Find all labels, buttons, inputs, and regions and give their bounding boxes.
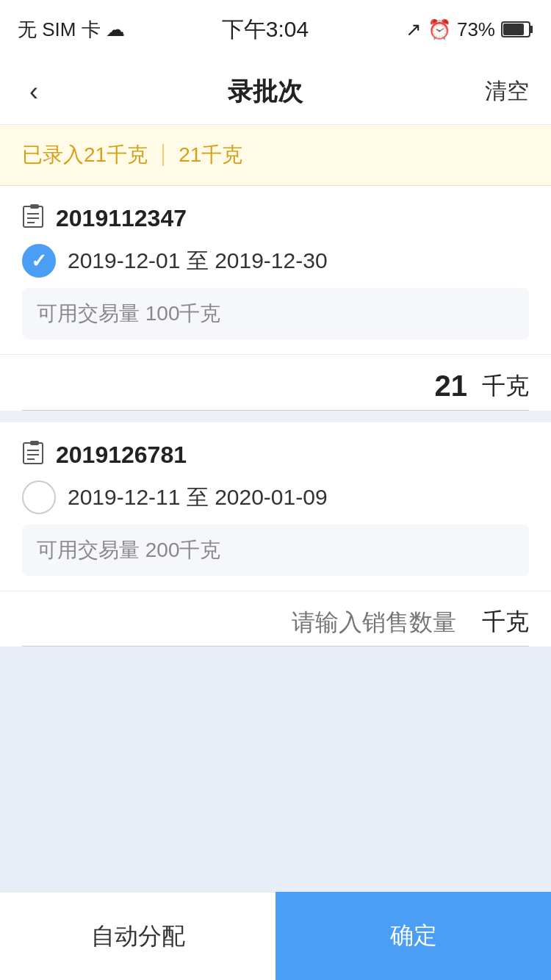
svg-rect-2 <box>503 24 524 35</box>
batch-1-available: 可用交易量 100千克 <box>22 288 529 339</box>
status-bar: 无 SIM 卡 ☁ 下午3:04 ↗ ⏰ 73% <box>0 0 551 59</box>
back-button[interactable]: ‹ <box>22 69 46 115</box>
bottom-bar: 自动分配 确定 <box>0 892 551 980</box>
recorded-text: 已录入21千克 <box>22 141 148 169</box>
status-time: 下午3:04 <box>222 15 309 45</box>
svg-rect-4 <box>30 204 39 209</box>
batch-1-section: 2019112347 2019-12-01 至 2019-12-30 可用交易量… <box>0 186 551 411</box>
batch-1-amount-unit: 千克 <box>482 370 529 403</box>
batch-1-amount-row: 21 千克 <box>0 355 551 410</box>
batch-2-input-unit: 千克 <box>482 606 529 638</box>
svg-rect-3 <box>24 206 43 227</box>
batch-1-date: 2019-12-01 至 2019-12-30 <box>68 246 328 276</box>
batch-2-icon <box>22 440 47 470</box>
auto-distribute-button[interactable]: 自动分配 <box>0 892 276 980</box>
nav-bar: ‹ 录批次 清空 <box>0 59 551 125</box>
confirm-button[interactable]: 确定 <box>276 892 551 980</box>
batch-1-icon <box>22 203 47 234</box>
status-right: ↗ ⏰ 73% <box>406 18 533 41</box>
batch-2-section: 2019126781 2019-12-11 至 2020-01-09 可用交易量… <box>0 422 551 646</box>
batch-2-id: 2019126781 <box>56 442 187 469</box>
status-left: 无 SIM 卡 ☁ <box>18 17 125 43</box>
batch-1-date-row[interactable]: 2019-12-01 至 2019-12-30 <box>22 244 529 278</box>
battery-text: 73% <box>457 18 495 41</box>
batch-2-item[interactable]: 2019126781 2019-12-11 至 2020-01-09 可用交易量… <box>0 422 551 591</box>
page-title: 录批次 <box>228 75 303 109</box>
total-text: 21千克 <box>179 141 242 169</box>
section-divider <box>0 411 551 422</box>
batch-2-id-row: 2019126781 <box>22 440 529 470</box>
batch-1-amount-value: 21 <box>435 370 468 403</box>
batch-2-qty-input[interactable] <box>247 609 467 636</box>
no-sim-text: 无 SIM 卡 ☁ <box>18 17 125 43</box>
batch-1-radio[interactable] <box>22 244 56 278</box>
batch-1-id-row: 2019112347 <box>22 203 529 234</box>
batch-2-input-row[interactable]: 千克 <box>0 591 551 646</box>
svg-rect-8 <box>24 443 43 464</box>
clear-button[interactable]: 清空 <box>485 76 529 107</box>
batch-2-date-row[interactable]: 2019-12-11 至 2020-01-09 <box>22 480 529 514</box>
main-content: 已录入21千克 21千克 2019112347 2 <box>0 125 551 980</box>
alarm-icon: ⏰ <box>428 18 451 41</box>
battery-icon <box>501 21 533 37</box>
batch-2-date: 2019-12-11 至 2020-01-09 <box>68 483 328 513</box>
batch-2-radio[interactable] <box>22 480 56 514</box>
svg-rect-9 <box>30 441 39 445</box>
info-divider <box>162 144 164 166</box>
svg-rect-1 <box>530 26 533 33</box>
info-banner: 已录入21千克 21千克 <box>0 125 551 186</box>
batch-1-id: 2019112347 <box>56 205 187 232</box>
batch-1-item[interactable]: 2019112347 2019-12-01 至 2019-12-30 可用交易量… <box>0 186 551 355</box>
location-icon: ↗ <box>406 18 422 41</box>
batch-2-available: 可用交易量 200千克 <box>22 525 529 576</box>
